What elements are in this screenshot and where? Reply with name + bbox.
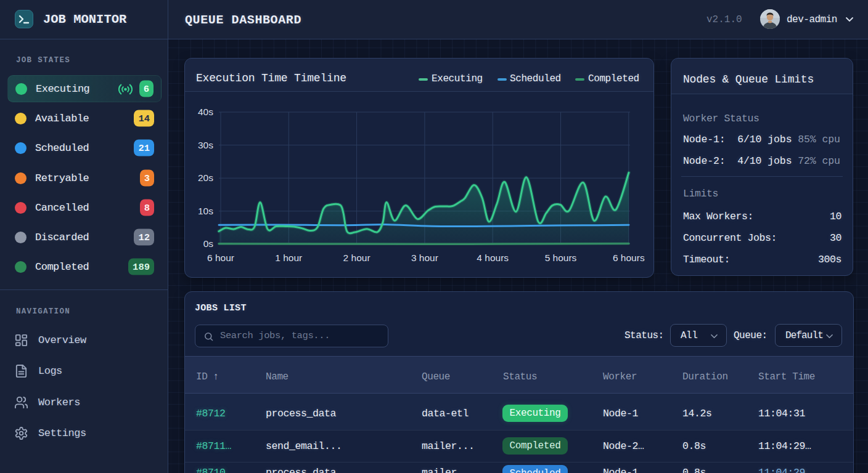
svg-text:20s: 20s xyxy=(198,172,213,183)
svg-text:2 hour: 2 hour xyxy=(343,253,371,263)
svg-text:40s: 40s xyxy=(198,107,213,117)
svg-text:1 hour: 1 hour xyxy=(275,253,302,263)
svg-text:6 hour: 6 hour xyxy=(207,253,234,263)
svg-text:10s: 10s xyxy=(198,206,213,216)
svg-text:6 hours: 6 hours xyxy=(613,253,645,263)
svg-text:5 hours: 5 hours xyxy=(545,253,577,263)
svg-text:3 hour: 3 hour xyxy=(411,253,438,263)
svg-text:0s: 0s xyxy=(203,238,214,249)
svg-text:4 hours: 4 hours xyxy=(477,253,509,263)
svg-text:30s: 30s xyxy=(198,140,213,150)
